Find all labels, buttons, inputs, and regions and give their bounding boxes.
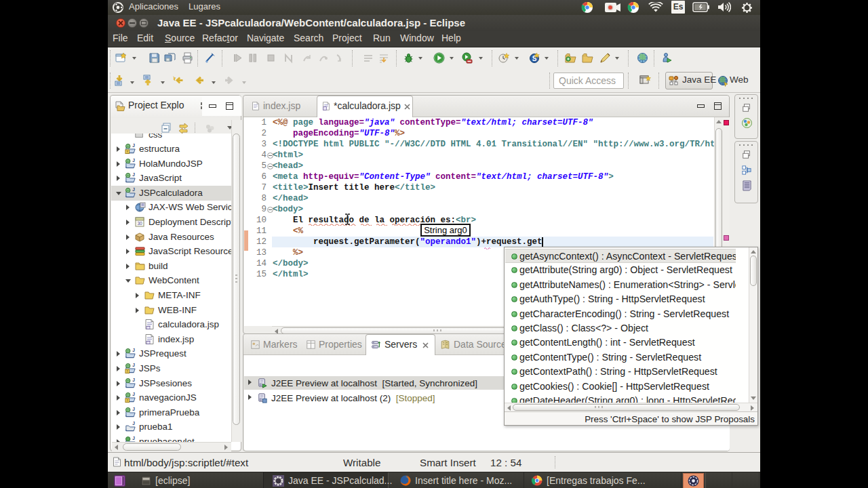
svg-text:J: J [132,363,135,367]
svg-text:J: J [132,378,135,382]
svg-text:J: J [132,392,135,396]
svg-text:J: J [132,158,135,163]
svg-text:J: J [132,187,135,192]
svg-text:J: J [132,143,135,148]
svg-text:J: J [132,348,135,353]
svg-text:J: J [132,407,135,411]
svg-text:J: J [132,436,135,441]
svg-text:J: J [132,422,135,426]
svg-text:30: 30 [137,221,142,226]
svg-text:J: J [132,172,135,177]
